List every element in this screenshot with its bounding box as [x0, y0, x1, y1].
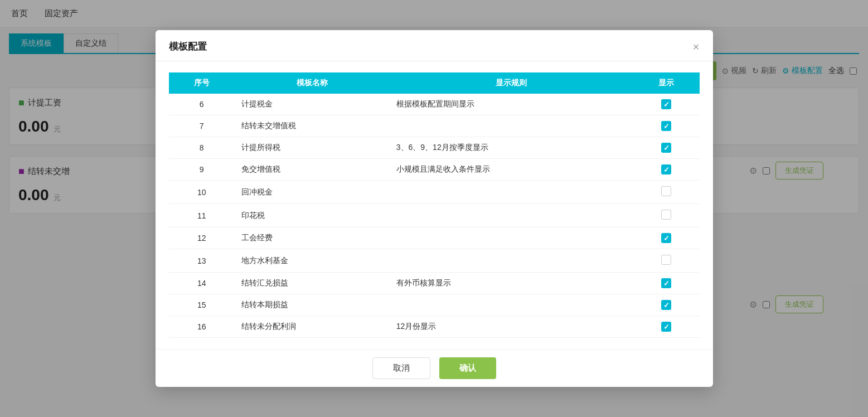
display-checkbox[interactable]	[661, 255, 671, 265]
display-checkbox[interactable]	[661, 233, 671, 243]
modal-template-config: 模板配置 × 序号 模板名称 显示规则 显示 6计提税金根据模板配置期间显	[156, 30, 713, 387]
table-row: 9免交增值税小规模且满足收入条件显示	[169, 159, 700, 181]
display-checkbox[interactable]	[661, 99, 671, 109]
cell-rule: 小规模且满足收入条件显示	[390, 159, 633, 181]
cell-name: 结转未交增值税	[235, 115, 390, 137]
display-checkbox[interactable]	[661, 164, 671, 174]
table-row: 11印花税	[169, 204, 700, 227]
cell-index: 11	[169, 204, 235, 227]
modal-body: 序号 模板名称 显示规则 显示 6计提税金根据模板配置期间显示7结转未交增值税8…	[156, 61, 713, 349]
cell-name: 回冲税金	[235, 181, 390, 204]
cell-display[interactable]	[633, 316, 699, 338]
cell-index: 14	[169, 273, 235, 294]
cell-index: 9	[169, 159, 235, 181]
cell-display[interactable]	[633, 159, 699, 181]
table-header-row: 序号 模板名称 显示规则 显示	[169, 72, 700, 94]
th-index: 序号	[169, 72, 235, 94]
cell-rule	[390, 204, 633, 227]
cell-name: 地方水利基金	[235, 249, 390, 273]
modal-footer: 取消 确认	[156, 349, 713, 387]
config-table: 序号 模板名称 显示规则 显示 6计提税金根据模板配置期间显示7结转未交增值税8…	[169, 72, 700, 338]
cell-rule: 有外币核算显示	[390, 273, 633, 294]
cell-index: 10	[169, 181, 235, 204]
cell-index: 7	[169, 115, 235, 137]
modal-overlay: 模板配置 × 序号 模板名称 显示规则 显示 6计提税金根据模板配置期间显	[0, 0, 868, 417]
table-row: 7结转未交增值税	[169, 115, 700, 137]
cell-rule: 12月份显示	[390, 316, 633, 338]
cell-rule	[390, 294, 633, 316]
cell-rule	[390, 227, 633, 249]
th-name: 模板名称	[235, 72, 390, 94]
cell-display[interactable]	[633, 204, 699, 227]
cell-display[interactable]	[633, 273, 699, 294]
table-row: 13地方水利基金	[169, 249, 700, 273]
modal-close-button[interactable]: ×	[693, 41, 700, 52]
table-scroll-wrap[interactable]: 序号 模板名称 显示规则 显示 6计提税金根据模板配置期间显示7结转未交增值税8…	[169, 72, 700, 338]
table-row: 16结转未分配利润12月份显示	[169, 316, 700, 338]
cell-index: 16	[169, 316, 235, 338]
display-checkbox[interactable]	[661, 143, 671, 153]
cell-display[interactable]	[633, 249, 699, 273]
display-checkbox[interactable]	[661, 322, 671, 332]
cell-name: 结转汇兑损益	[235, 273, 390, 294]
cell-rule	[390, 249, 633, 273]
cell-index: 13	[169, 249, 235, 273]
cell-index: 15	[169, 294, 235, 316]
cell-rule	[390, 115, 633, 137]
display-checkbox[interactable]	[661, 278, 671, 288]
table-row: 8计提所得税3、6、9、12月按季度显示	[169, 137, 700, 159]
table-row: 10回冲税金	[169, 181, 700, 204]
modal-title: 模板配置	[169, 40, 207, 53]
cell-rule	[390, 181, 633, 204]
cell-name: 印花税	[235, 204, 390, 227]
table-row: 12工会经费	[169, 227, 700, 249]
display-checkbox[interactable]	[661, 300, 671, 310]
display-checkbox[interactable]	[661, 121, 671, 131]
th-rule: 显示规则	[390, 72, 633, 94]
modal-header: 模板配置 ×	[156, 30, 713, 61]
display-checkbox[interactable]	[661, 186, 671, 196]
cell-name: 计提税金	[235, 94, 390, 115]
cell-name: 工会经费	[235, 227, 390, 249]
cell-name: 结转本期损益	[235, 294, 390, 316]
cell-name: 结转未分配利润	[235, 316, 390, 338]
cell-rule: 3、6、9、12月按季度显示	[390, 137, 633, 159]
th-display: 显示	[633, 72, 699, 94]
cell-display[interactable]	[633, 294, 699, 316]
table-row: 15结转本期损益	[169, 294, 700, 316]
cell-display[interactable]	[633, 227, 699, 249]
cell-index: 8	[169, 137, 235, 159]
cell-display[interactable]	[633, 181, 699, 204]
cell-display[interactable]	[633, 94, 699, 115]
display-checkbox[interactable]	[661, 210, 671, 220]
cell-name: 免交增值税	[235, 159, 390, 181]
table-row: 14结转汇兑损益有外币核算显示	[169, 273, 700, 294]
cell-name: 计提所得税	[235, 137, 390, 159]
cell-rule: 根据模板配置期间显示	[390, 94, 633, 115]
confirm-button[interactable]: 确认	[439, 357, 496, 379]
cell-index: 12	[169, 227, 235, 249]
table-row: 6计提税金根据模板配置期间显示	[169, 94, 700, 115]
cancel-button[interactable]: 取消	[372, 357, 430, 379]
cell-display[interactable]	[633, 137, 699, 159]
cell-index: 6	[169, 94, 235, 115]
cell-display[interactable]	[633, 115, 699, 137]
